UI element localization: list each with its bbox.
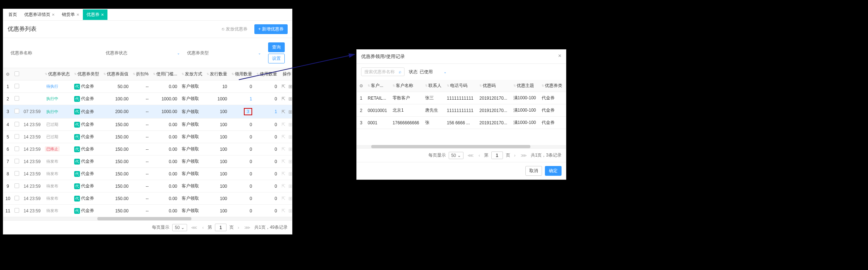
settings-button[interactable]: 设置	[268, 54, 285, 63]
col-use[interactable]: 使用数量	[260, 71, 277, 76]
add-coupon-button[interactable]: + 新增优惠券	[254, 24, 288, 34]
share-icon[interactable]: ⇱	[281, 146, 285, 152]
col-method[interactable]: 发放方式	[185, 71, 202, 76]
horizontal-scrollbar[interactable]	[357, 145, 566, 148]
col-coupon-type[interactable]: 优惠券类	[545, 83, 562, 88]
qrcode-icon[interactable]: ⊞	[288, 96, 292, 101]
qrcode-icon[interactable]: ⊞	[288, 146, 292, 152]
row-checkbox[interactable]	[14, 134, 19, 139]
share-icon[interactable]: ⇱	[281, 208, 285, 213]
modal-page-input[interactable]	[491, 151, 503, 159]
share-icon[interactable]: ⇱	[281, 84, 285, 89]
cancel-button[interactable]: 取消	[525, 166, 542, 176]
claim-count-link[interactable]: 1	[250, 96, 252, 101]
share-icon[interactable]: ⇱	[281, 171, 285, 176]
table-row[interactable]: 5 14 23:59 已过期 代代金券 150.00 -- 0.00 客户领取 …	[3, 131, 292, 143]
share-icon[interactable]: ⇱	[281, 134, 285, 140]
qrcode-icon[interactable]: ⊞	[288, 208, 292, 213]
page-first-icon[interactable]: ⋘	[466, 153, 475, 158]
select-all-checkbox[interactable]	[14, 71, 19, 76]
qrcode-icon[interactable]: ⊞	[288, 122, 292, 127]
qrcode-icon[interactable]: ⊞	[288, 183, 292, 189]
qrcode-icon[interactable]: ⊞	[288, 134, 292, 140]
col-customer-code[interactable]: 客户...	[371, 83, 383, 88]
col-phone[interactable]: 电话号码	[450, 83, 467, 88]
modal-per-page-select[interactable]: 50 ⌄	[449, 152, 463, 159]
distribute-coupon-button[interactable]: ⎋ 发放优惠券	[218, 24, 251, 34]
tab-home[interactable]: 首页	[5, 9, 21, 20]
qrcode-icon[interactable]: ⊞	[288, 171, 292, 176]
page-prev-icon[interactable]: ‹	[201, 225, 205, 230]
row-checkbox[interactable]	[14, 146, 19, 151]
col-subject[interactable]: 优惠主题	[517, 83, 534, 88]
row-checkbox[interactable]	[14, 196, 19, 200]
tab-sales-order[interactable]: 销货单✕	[58, 9, 83, 20]
page-first-icon[interactable]: ⋘	[190, 225, 198, 230]
gear-icon[interactable]: ⚙	[6, 72, 10, 77]
filter-type-select[interactable]: ⌄	[211, 51, 261, 55]
row-checkbox[interactable]	[14, 171, 19, 176]
row-checkbox[interactable]	[14, 84, 19, 88]
row-checkbox[interactable]	[14, 109, 19, 113]
table-row[interactable]: 9 14 23:59 待发布 代代金券 150.00 -- 0.00 客户领取 …	[3, 180, 292, 192]
table-row[interactable]: 6 14 23:59 已终止 代代金券 150.00 -- 0.00 客户领取 …	[3, 143, 292, 155]
page-last-icon[interactable]: ⋙	[243, 225, 251, 230]
ok-button[interactable]: 确定	[545, 166, 562, 176]
close-icon[interactable]: ✕	[558, 53, 562, 60]
close-icon[interactable]: ✕	[101, 13, 104, 17]
table-row[interactable]: 8 14 23:59 待发布 代代金券 150.00 -- 0.00 客户领取 …	[3, 168, 292, 180]
table-row[interactable]: 3 0001 17666666666 张 156 6666 ... 201912…	[357, 117, 566, 129]
share-icon[interactable]: ⇱	[281, 196, 285, 201]
qrcode-icon[interactable]: ⊞	[288, 84, 292, 89]
col-threshold[interactable]: 使用门槛...	[156, 71, 177, 76]
table-row[interactable]: 2 00010001 北京1 唐先生 11111111111 201912017…	[357, 104, 566, 117]
horizontal-scrollbar[interactable]	[3, 217, 292, 220]
page-prev-icon[interactable]: ‹	[478, 153, 481, 158]
col-discount[interactable]: 折扣%	[136, 71, 149, 76]
table-row[interactable]: 1 待执行 代代金券 50.00 -- 0.00 客户领取 10 0 0 ⇱⊞	[3, 80, 292, 93]
share-icon[interactable]: ⇱	[281, 109, 285, 115]
share-icon[interactable]: ⇱	[281, 122, 285, 127]
gear-icon[interactable]: ⚙	[359, 83, 363, 88]
modal-status-select[interactable]: 已使用 ⌄	[420, 69, 446, 75]
close-icon[interactable]: ✕	[52, 13, 55, 17]
row-checkbox[interactable]	[14, 159, 19, 163]
page-input[interactable]	[215, 224, 226, 231]
table-row[interactable]: 4 14 23:59 已过期 代代金券 150.00 -- 0.00 客户领取 …	[3, 119, 292, 131]
share-icon[interactable]: ⇱	[281, 159, 285, 164]
page-last-icon[interactable]: ⋙	[520, 153, 528, 158]
col-claim[interactable]: 领用数量	[235, 71, 252, 76]
query-button[interactable]: 查询	[268, 42, 285, 52]
claim-count-link[interactable]: 3	[244, 108, 252, 115]
qrcode-icon[interactable]: ⊞	[288, 159, 292, 164]
row-checkbox[interactable]	[14, 183, 19, 188]
col-contact[interactable]: 联系人	[428, 83, 441, 88]
tab-coupon-detail[interactable]: 优惠券详情页✕	[21, 9, 58, 20]
col-status[interactable]: 优惠券状态	[48, 71, 70, 76]
share-icon[interactable]: ⇱	[281, 183, 285, 189]
row-checkbox[interactable]	[14, 208, 19, 213]
col-type[interactable]: 优惠券类型	[77, 71, 99, 76]
qrcode-icon[interactable]: ⊞	[288, 109, 292, 115]
table-row[interactable]: 7 14 23:59 待发布 代代金券 150.00 -- 0.00 客户领取 …	[3, 155, 292, 168]
table-row[interactable]: 3 07 23:59 执行中 代代金券 200.00 -- 1000.00 客户…	[3, 105, 292, 119]
row-checkbox[interactable]	[14, 122, 19, 126]
col-face[interactable]: 优惠券面值	[107, 71, 128, 76]
table-row[interactable]: 11 14 23:59 待发布 代代金券 150.00 -- 0.00 客户领取…	[3, 205, 292, 217]
col-issue[interactable]: 发行数量	[210, 71, 227, 76]
page-next-icon[interactable]: ›	[513, 153, 517, 158]
per-page-select[interactable]: 50 ⌄	[172, 224, 187, 231]
share-icon[interactable]: ⇱	[281, 96, 285, 101]
table-row[interactable]: 1 RETAIL... 零散客户 张三 11111111111 20191201…	[357, 92, 566, 104]
row-checkbox[interactable]	[14, 96, 19, 101]
close-icon[interactable]: ✕	[76, 13, 79, 17]
qrcode-icon[interactable]: ⊞	[288, 196, 292, 201]
search-icon[interactable]: ⌕	[399, 69, 401, 74]
search-coupon-input[interactable]: ⌕	[361, 67, 405, 76]
use-count-link[interactable]: 1	[275, 109, 277, 114]
table-row[interactable]: 2 执行中 代代金券 100.00 -- 1000.00 客户领取 1000 1…	[3, 93, 292, 105]
col-customer-name[interactable]: 客户名称	[396, 83, 413, 88]
page-next-icon[interactable]: ›	[237, 225, 240, 230]
tab-coupon[interactable]: 优惠券✕	[83, 9, 107, 20]
table-row[interactable]: 10 14 23:59 待发布 代代金券 150.00 -- 0.00 客户领取…	[3, 192, 292, 205]
